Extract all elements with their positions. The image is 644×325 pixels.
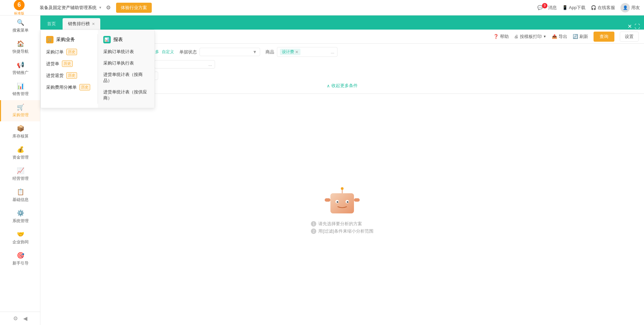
online-service-item[interactable]: 🎧 在线客服 bbox=[591, 5, 615, 11]
dropdown-item-receipt-stats-supplier[interactable]: 进货单统计表（按供应商） bbox=[98, 86, 155, 104]
topbar-right: 💬 9 消息 📱 App下载 🎧 在线客服 👤 用友 bbox=[537, 3, 640, 12]
dropdown-item-purchase-return[interactable]: 进货退货 历史 bbox=[41, 70, 98, 81]
query-button[interactable]: 查询 bbox=[594, 32, 614, 42]
sidebar-item-operations[interactable]: 📈 经营管理 bbox=[0, 164, 40, 185]
phone-icon: 📱 bbox=[562, 5, 568, 10]
purchase-order-stats-label: 采购订单统计表 bbox=[103, 49, 134, 55]
refresh-label: 刷新 bbox=[579, 34, 588, 40]
sidebar-label-operations: 经营管理 bbox=[12, 176, 29, 181]
dropdown-item-purchase-order-exec[interactable]: 采购订单执行表 bbox=[98, 57, 155, 69]
user-label: 用友 bbox=[631, 5, 640, 11]
salesperson-dots[interactable]: ... bbox=[208, 62, 212, 67]
dropdown-item-receipt-stats-goods[interactable]: 进货单统计表（按商品） bbox=[98, 69, 155, 86]
sidebar-item-search[interactable]: 🔍 搜索菜单 bbox=[0, 15, 40, 37]
purchase-order-label: 采购订单 bbox=[46, 49, 64, 55]
bill-status-dots[interactable]: ▼ bbox=[253, 49, 257, 54]
sidebar-settings-icon[interactable]: ⚙ bbox=[13, 315, 18, 322]
sidebar-label-quicknav: 快捷导航 bbox=[12, 49, 29, 54]
settings-icon[interactable]: ⚙ bbox=[106, 4, 111, 11]
goods-dots[interactable]: ... bbox=[331, 49, 334, 54]
purchase-header-icon: 🛒 bbox=[46, 36, 53, 43]
hint-text-2: 用[过滤]条件来缩小分析范围 bbox=[318, 228, 373, 234]
message-label: 消息 bbox=[548, 5, 557, 11]
hint-num-2: 2 bbox=[311, 229, 316, 234]
collapse-label: 收起更多条件 bbox=[331, 83, 358, 89]
sidebar-item-capital[interactable]: 💰 资金管理 bbox=[0, 143, 40, 164]
tab-sales-ranking[interactable]: 销售排行榜 ✕ bbox=[63, 18, 100, 30]
collapse-arrow-icon: ∧ bbox=[327, 83, 330, 88]
app-download-label: App下载 bbox=[569, 5, 585, 11]
collapse-btn[interactable]: ∧ 收起更多条件 bbox=[327, 83, 358, 89]
dropdown-purchase-col: 🛒 采购业务 采购订单 历史 进货单 历史 进货退货 历史 采购费用分摊单 历史 bbox=[41, 30, 98, 108]
sidebar-item-quicknav[interactable]: 🏠 快捷导航 bbox=[0, 37, 40, 58]
tab-sales-ranking-label: 销售排行榜 bbox=[68, 21, 90, 27]
app-download-item[interactable]: 📱 App下载 bbox=[562, 5, 585, 11]
hint-num-1: 1 bbox=[311, 221, 316, 227]
system-arrow-icon[interactable]: ▼ bbox=[99, 6, 102, 9]
goods-tag-remove[interactable]: ✕ bbox=[295, 50, 298, 54]
message-item[interactable]: 💬 9 消息 bbox=[537, 5, 557, 11]
sidebar-item-sales[interactable]: 📊 销售管理 bbox=[0, 79, 40, 100]
salesperson-input[interactable]: ... bbox=[154, 60, 215, 69]
settings-button[interactable]: 设置 bbox=[620, 32, 639, 42]
goods-tag: 设计费 ✕ bbox=[280, 49, 300, 55]
receipt-stats-supplier-label: 进货单统计表（按供应商） bbox=[103, 89, 149, 101]
export-btn[interactable]: 📤 导出 bbox=[552, 34, 567, 40]
dropdown-item-purchase-order-stats[interactable]: 采购订单统计表 bbox=[98, 46, 155, 57]
sidebar-item-inventory[interactable]: 📦 库存核算 bbox=[0, 121, 40, 143]
purchase-icon: 🛒 bbox=[17, 104, 24, 111]
empty-state: 1 请先选择要分析的方案 2 用[过滤]条件来缩小分析范围 bbox=[40, 94, 644, 325]
sidebar-collapse-icon[interactable]: ◀ bbox=[23, 315, 27, 322]
bill-status-input[interactable]: ▼ bbox=[200, 48, 260, 56]
date-custom[interactable]: 自定义 bbox=[162, 49, 174, 55]
tab-home[interactable]: 首页 bbox=[42, 18, 61, 30]
basics-icon: 📋 bbox=[17, 188, 24, 196]
print-template-btn[interactable]: 🖨 按模板打印 ▼ bbox=[514, 34, 546, 40]
tabbar: 首页 销售排行榜 ✕ ✕ ⛶ bbox=[40, 15, 644, 30]
sidebar-item-enterprise[interactable]: 🤝 企业协同 bbox=[0, 227, 40, 248]
tabbar-close-icon[interactable]: ✕ bbox=[628, 23, 632, 30]
system-name-area[interactable]: 装备及固定资产辅助管理系统 ▼ bbox=[40, 5, 102, 11]
help-btn[interactable]: ❓ 帮助 bbox=[493, 34, 509, 40]
bill-status-label: 单据状态 bbox=[179, 49, 197, 55]
sidebar-item-marketing[interactable]: 📢 营销推广 bbox=[0, 58, 40, 79]
empty-svg bbox=[322, 183, 362, 217]
dropdown-item-purchase-receipt[interactable]: 进货单 历史 bbox=[41, 58, 98, 70]
system-name-label: 装备及固定资产辅助管理系统 bbox=[40, 5, 97, 11]
sidebar-label-system: 系统管理 bbox=[12, 218, 29, 224]
marketing-icon: 📢 bbox=[17, 61, 24, 69]
sidebar-item-purchase[interactable]: 🛒 采购管理 bbox=[0, 100, 40, 121]
purchase-header-label: 采购业务 bbox=[56, 37, 75, 43]
tab-home-label: 首页 bbox=[47, 21, 56, 27]
svg-point-5 bbox=[347, 201, 349, 203]
capital-icon: 💰 bbox=[17, 146, 24, 153]
refresh-btn[interactable]: 🔄 刷新 bbox=[573, 34, 588, 40]
report-icon: 📊 bbox=[104, 37, 109, 42]
dropdown-menu: 🛒 采购业务 采购订单 历史 进货单 历史 进货退货 历史 采购费用分摊单 历史… bbox=[40, 30, 155, 108]
sidebar-label-search: 搜索菜单 bbox=[12, 28, 29, 33]
tab-close-icon[interactable]: ✕ bbox=[92, 22, 95, 26]
logo-subtitle: 标准版 bbox=[14, 11, 24, 16]
sidebar-item-basics[interactable]: 📋 基础信息 bbox=[0, 185, 40, 206]
logo: 6 标准版 bbox=[4, 0, 34, 16]
purchase-order-exec-label: 采购订单执行表 bbox=[103, 60, 134, 66]
dropdown-item-purchase-expense[interactable]: 采购费用分摊单 历史 bbox=[41, 81, 98, 93]
sidebar-item-newbie[interactable]: 🎯 新手引导 bbox=[0, 248, 40, 270]
purchase-receipt-label: 进货单 bbox=[46, 61, 59, 67]
sidebar-label-inventory: 库存核算 bbox=[12, 133, 29, 139]
sidebar-item-system[interactable]: ⚙️ 系统管理 bbox=[0, 206, 40, 227]
sidebar-label-marketing: 营销推广 bbox=[12, 70, 29, 76]
tabbar-maximize-icon[interactable]: ⛶ bbox=[635, 24, 640, 30]
refresh-icon: 🔄 bbox=[573, 34, 578, 39]
user-item[interactable]: 👤 用友 bbox=[620, 3, 640, 12]
topbar: 6 标准版 装备及固定资产辅助管理系统 ▼ ⚙ 体验行业方案 💬 9 消息 📱 … bbox=[0, 0, 644, 15]
empty-illustration bbox=[322, 183, 362, 217]
help-label: 帮助 bbox=[500, 34, 509, 40]
system-icon: ⚙️ bbox=[17, 209, 24, 217]
tabbar-actions: ✕ ⛶ bbox=[623, 23, 644, 30]
dropdown-item-purchase-order[interactable]: 采购订单 历史 bbox=[41, 46, 98, 58]
dropdown-report-col: 📊 报表 采购订单统计表 采购订单执行表 进货单统计表（按商品） 进货单统计表（… bbox=[98, 30, 155, 108]
industry-btn[interactable]: 体验行业方案 bbox=[116, 3, 152, 13]
goods-input[interactable]: 设计费 ✕ ... bbox=[277, 47, 337, 57]
search-icon: 🔍 bbox=[17, 19, 24, 26]
